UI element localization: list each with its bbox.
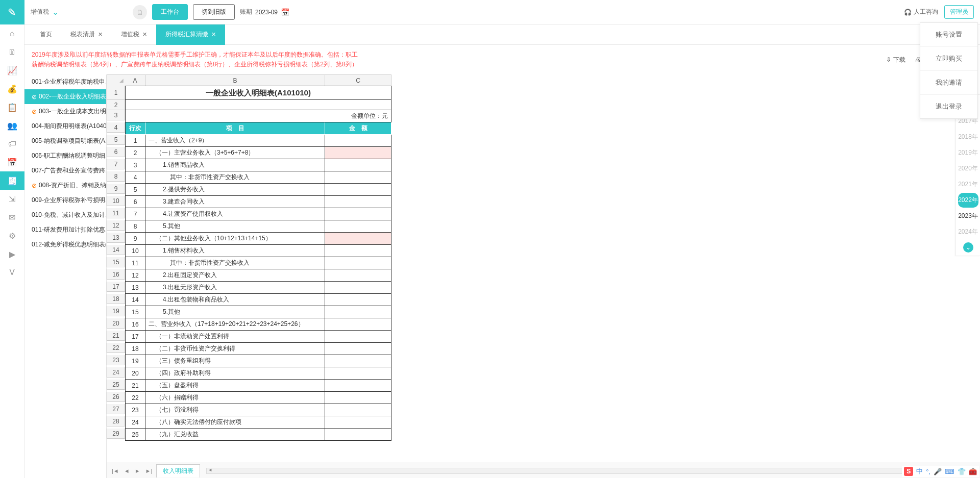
ime-skin-icon[interactable]: 👕 bbox=[958, 468, 966, 475]
cell-rownum[interactable]: 13 bbox=[125, 282, 145, 294]
nav-export-icon[interactable]: ⇲ bbox=[0, 190, 24, 208]
row-header[interactable]: 25 bbox=[107, 380, 125, 390]
row-header[interactable]: 29 bbox=[107, 429, 125, 439]
admin-menu-item[interactable]: 退出登录 bbox=[920, 95, 977, 118]
tree-item-9[interactable]: 010-免税、减计收入及加计… bbox=[24, 208, 106, 222]
col-header-A[interactable]: A bbox=[125, 74, 145, 86]
tree-item-11[interactable]: 012-减免所得税优惠明细表(… bbox=[24, 237, 106, 252]
cell-rownum[interactable]: 1 bbox=[125, 135, 145, 147]
cell-item[interactable]: （五）盘盈利得 bbox=[145, 380, 325, 392]
tab-3[interactable]: 所得税汇算清缴✕ bbox=[156, 24, 225, 45]
row-header[interactable]: 4 bbox=[107, 122, 125, 133]
admin-menu-item[interactable]: 立即购买 bbox=[920, 47, 977, 71]
tab-1[interactable]: 税表清册✕ bbox=[61, 24, 112, 45]
cell-rownum[interactable]: 18 bbox=[125, 343, 145, 355]
download-button[interactable]: ⇩下载 bbox=[886, 56, 905, 64]
row-header[interactable]: 10 bbox=[107, 196, 125, 206]
row-header[interactable]: 7 bbox=[107, 159, 125, 169]
row-header[interactable]: 17 bbox=[107, 282, 125, 292]
consult-link[interactable]: 🎧 人工咨询 bbox=[904, 8, 938, 16]
cell-rownum[interactable]: 14 bbox=[125, 294, 145, 306]
close-icon[interactable]: ✕ bbox=[142, 31, 147, 38]
cell-item[interactable]: 3.建造合同收入 bbox=[145, 196, 325, 208]
period-picker[interactable]: 账期 2023-09 📅 bbox=[240, 8, 289, 16]
admin-menu-item[interactable]: 账号设置 bbox=[920, 23, 977, 47]
cell-amount[interactable] bbox=[325, 135, 391, 147]
nav-calendar-icon[interactable]: 📅 bbox=[0, 153, 24, 171]
cell-item[interactable]: （二）其他业务收入（10+12+13+14+15） bbox=[145, 233, 325, 245]
tab-0[interactable]: 首页 bbox=[31, 24, 61, 45]
lock-icon[interactable]: 🗎 bbox=[133, 5, 147, 19]
row-header[interactable]: 11 bbox=[107, 208, 125, 218]
tree-item-3[interactable]: 004-期间费用明细表(A1040… bbox=[24, 119, 106, 134]
row-header[interactable]: 5 bbox=[107, 135, 125, 145]
cell-rownum[interactable]: 12 bbox=[125, 269, 145, 282]
cell-amount[interactable] bbox=[325, 196, 391, 208]
cell-rownum[interactable]: 7 bbox=[125, 208, 145, 220]
nav-chart-icon[interactable]: 📈 bbox=[0, 61, 24, 80]
cell-rownum[interactable]: 15 bbox=[125, 306, 145, 318]
cell-item[interactable]: 3.出租无形资产收入 bbox=[145, 282, 325, 294]
admin-button[interactable]: 管理员 bbox=[944, 5, 974, 19]
cell-amount[interactable] bbox=[325, 404, 391, 416]
row-header[interactable]: 1 bbox=[107, 86, 125, 100]
cell-amount[interactable] bbox=[325, 392, 391, 404]
ime-toolbox-icon[interactable]: 🧰 bbox=[969, 468, 977, 475]
tree-item-10[interactable]: 011-研发费用加计扣除优惠… bbox=[24, 222, 106, 237]
ime-voice-icon[interactable]: 🎤 bbox=[934, 468, 942, 475]
cell-amount[interactable] bbox=[325, 331, 391, 343]
cell-item[interactable]: （一）主营业务收入（3+5+6+7+8） bbox=[145, 147, 325, 159]
cell-amount[interactable] bbox=[325, 367, 391, 380]
cell-rownum[interactable]: 9 bbox=[125, 233, 145, 245]
org-selector[interactable]: 增值税 ⌄ bbox=[31, 7, 128, 17]
cell-rownum[interactable]: 10 bbox=[125, 245, 145, 257]
cell-amount[interactable] bbox=[325, 171, 391, 184]
cell-rownum[interactable]: 16 bbox=[125, 318, 145, 331]
sheet-tab-active[interactable]: 收入明细表 bbox=[156, 464, 200, 477]
year-item[interactable]: 2023年 bbox=[958, 209, 978, 223]
cell-amount[interactable] bbox=[325, 318, 391, 331]
row-header[interactable]: 27 bbox=[107, 404, 125, 414]
year-item[interactable]: 2019年 bbox=[958, 145, 978, 160]
cell-amount[interactable] bbox=[325, 245, 391, 257]
cell-rownum[interactable]: 8 bbox=[125, 220, 145, 233]
cell-item[interactable]: 2.出租固定资产收入 bbox=[145, 269, 325, 282]
nav-contacts-icon[interactable]: 👥 bbox=[0, 116, 24, 135]
tab-2[interactable]: 增值税✕ bbox=[112, 24, 156, 45]
year-item[interactable]: 2021年 bbox=[958, 177, 978, 192]
nav-stamp-icon[interactable]: 🏷 bbox=[0, 135, 24, 153]
col-header-B[interactable]: B bbox=[145, 74, 325, 86]
row-header[interactable]: 26 bbox=[107, 392, 125, 402]
row-header[interactable]: 20 bbox=[107, 318, 125, 329]
cell-item[interactable]: 1.销售商品收入 bbox=[145, 159, 325, 171]
cell-rownum[interactable]: 11 bbox=[125, 257, 145, 269]
nav-tax-icon[interactable]: 🧾 bbox=[0, 171, 24, 190]
cell-rownum[interactable]: 22 bbox=[125, 392, 145, 404]
close-icon[interactable]: ✕ bbox=[211, 31, 216, 38]
cell-amount[interactable] bbox=[325, 416, 391, 429]
cell-rownum[interactable]: 23 bbox=[125, 404, 145, 416]
cell-item[interactable]: （八）确实无法偿付的应付款项 bbox=[145, 416, 325, 429]
cell-amount[interactable] bbox=[325, 257, 391, 269]
cell-amount[interactable] bbox=[325, 343, 391, 355]
row-header[interactable]: 15 bbox=[107, 257, 125, 267]
row-header[interactable]: 6 bbox=[107, 147, 125, 157]
nav-money-icon[interactable]: 💰 bbox=[0, 80, 24, 98]
cell-rownum[interactable]: 3 bbox=[125, 159, 145, 171]
row-header[interactable]: 21 bbox=[107, 331, 125, 341]
cell-item[interactable]: （七）罚没利得 bbox=[145, 404, 325, 416]
admin-menu-item[interactable]: 我的邀请 bbox=[920, 71, 977, 95]
switch-old-button[interactable]: 切到旧版 bbox=[193, 4, 235, 20]
cell-amount[interactable] bbox=[325, 269, 391, 282]
cell-item[interactable]: 5.其他 bbox=[145, 306, 325, 318]
row-header[interactable]: 24 bbox=[107, 367, 125, 378]
cell-item[interactable]: 二、营业外收入（17+18+19+20+21+22+23+24+25+26） bbox=[145, 318, 325, 331]
row-header[interactable]: 22 bbox=[107, 343, 125, 353]
tree-item-0[interactable]: 001-企业所得税年度纳税申… bbox=[24, 74, 106, 89]
cell-amount[interactable] bbox=[325, 294, 391, 306]
row-header[interactable]: 2 bbox=[107, 100, 125, 110]
cell-item[interactable]: （三）债务重组利得 bbox=[145, 355, 325, 367]
row-header[interactable]: 3 bbox=[107, 110, 125, 120]
row-header[interactable]: 28 bbox=[107, 416, 125, 426]
nav-v-icon[interactable]: V bbox=[0, 263, 24, 282]
